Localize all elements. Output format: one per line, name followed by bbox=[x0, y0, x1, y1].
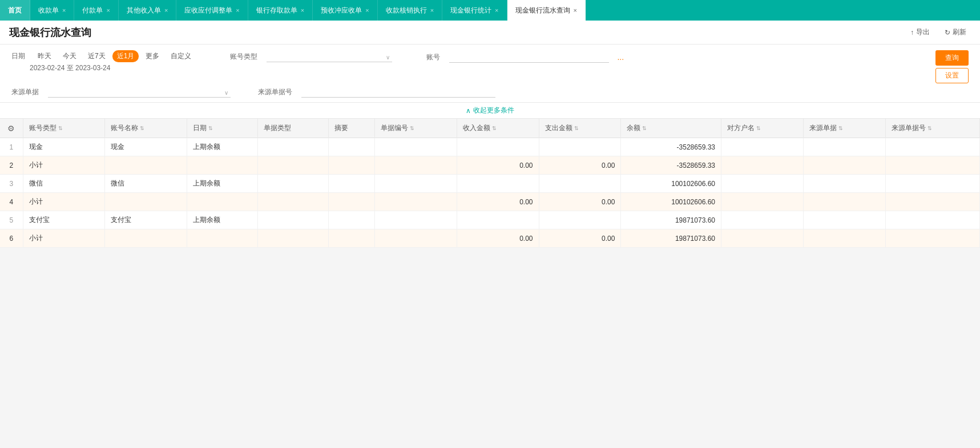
refresh-button[interactable]: ↻ 刷新 bbox=[940, 25, 971, 39]
page-header: 现金银行流水查询 ↑ 导出 ↻ 刷新 bbox=[0, 21, 980, 45]
col-counterparty[interactable]: 对方户名⇅ bbox=[721, 119, 804, 138]
source-doc-num-label: 来源单据号 bbox=[258, 87, 292, 97]
col-account-type[interactable]: 账号类型⇅ bbox=[23, 119, 105, 138]
col-account-name[interactable]: 账号名称⇅ bbox=[105, 119, 187, 138]
cell-account-name bbox=[105, 156, 187, 175]
cell-account-type: 微信 bbox=[23, 175, 105, 193]
cell-source-doc bbox=[803, 229, 885, 248]
close-icon[interactable]: × bbox=[62, 7, 66, 14]
cell-income: 0.00 bbox=[457, 229, 539, 248]
collapse-bar[interactable]: ∧ 收起更多条件 bbox=[0, 103, 980, 119]
settings-button[interactable]: 设置 bbox=[935, 68, 969, 83]
table-row: 4小计0.000.00100102606.60 bbox=[0, 193, 980, 211]
source-doc-select[interactable] bbox=[48, 87, 231, 98]
source-doc-num-input[interactable] bbox=[301, 87, 495, 98]
nav-home[interactable]: 首页 bbox=[0, 0, 30, 21]
cell-account-type: 支付宝 bbox=[23, 211, 105, 229]
cell-account-type: 小计 bbox=[23, 229, 105, 248]
cell-doc-no bbox=[374, 175, 457, 193]
gear-icon[interactable]: ⚙ bbox=[7, 124, 15, 133]
cell-source-doc bbox=[803, 193, 885, 211]
nav-tab-yingshou[interactable]: 应收应付调整单 × bbox=[176, 0, 248, 21]
cell-doc-type bbox=[258, 211, 329, 229]
date-opt-today[interactable]: 今天 bbox=[58, 50, 81, 62]
col-settings[interactable]: ⚙ bbox=[0, 119, 23, 138]
nav-tab-liushui[interactable]: 现金银行流水查询 × bbox=[507, 0, 586, 21]
refresh-icon: ↻ bbox=[945, 29, 950, 37]
cell-account-name bbox=[105, 193, 187, 211]
close-icon[interactable]: × bbox=[574, 7, 577, 14]
nav-tab-shoukuan[interactable]: 收款单 × bbox=[30, 0, 74, 21]
date-opt-7days[interactable]: 近7天 bbox=[83, 50, 110, 62]
cell-balance: 19871073.60 bbox=[621, 211, 721, 229]
cell-source-doc bbox=[803, 156, 885, 175]
date-opt-1month[interactable]: 近1月 bbox=[112, 50, 139, 62]
account-ellipsis-button[interactable]: ... bbox=[614, 51, 627, 63]
date-opt-custom[interactable]: 自定义 bbox=[166, 50, 196, 62]
date-opt-yesterday[interactable]: 昨天 bbox=[33, 50, 56, 62]
col-expense[interactable]: 支出金额⇅ bbox=[539, 119, 621, 138]
account-type-select[interactable]: 现金 微信 支付宝 bbox=[267, 51, 392, 62]
nav-tab-xianjin-tongji[interactable]: 现金银行统计 × bbox=[442, 0, 507, 21]
cell-balance: 100102606.60 bbox=[621, 193, 721, 211]
col-date[interactable]: 日期⇅ bbox=[187, 119, 258, 138]
nav-tab-fukuan[interactable]: 付款单 × bbox=[74, 0, 118, 21]
cell-income bbox=[457, 211, 539, 229]
nav-tab-yushou[interactable]: 预收冲应收单 × bbox=[313, 0, 377, 21]
cell-date bbox=[187, 193, 258, 211]
source-doc-select-wrapper bbox=[48, 87, 231, 98]
close-icon[interactable]: × bbox=[164, 7, 168, 14]
col-doc-type[interactable]: 单据类型 bbox=[258, 119, 329, 138]
table-row: 1现金现金上期余额-3528659.33 bbox=[0, 138, 980, 156]
close-icon[interactable]: × bbox=[430, 7, 434, 14]
sort-icon: ⇅ bbox=[756, 126, 761, 131]
col-balance[interactable]: 余额⇅ bbox=[621, 119, 721, 138]
sort-icon: ⇅ bbox=[492, 126, 497, 131]
page-title: 现金银行流水查询 bbox=[9, 26, 91, 39]
cell-counterparty bbox=[721, 175, 804, 193]
cell-account-type: 现金 bbox=[23, 138, 105, 156]
nav-tab-yinhang[interactable]: 银行存取款单 × bbox=[248, 0, 313, 21]
close-icon[interactable]: × bbox=[495, 7, 498, 14]
date-options: 昨天 今天 近7天 近1月 更多 自定义 bbox=[33, 50, 196, 62]
cell-doc-no bbox=[374, 156, 457, 175]
cell-income bbox=[457, 175, 539, 193]
col-income[interactable]: 收入金额⇅ bbox=[457, 119, 539, 138]
export-button[interactable]: ↑ 导出 bbox=[906, 25, 934, 39]
table-row: 2小计0.000.00-3528659.33 bbox=[0, 156, 980, 175]
col-source-doc[interactable]: 来源单据⇅ bbox=[803, 119, 885, 138]
date-opt-more[interactable]: 更多 bbox=[141, 50, 164, 62]
col-source-doc-no[interactable]: 来源单据号⇅ bbox=[885, 119, 979, 138]
cell-income: 0.00 bbox=[457, 193, 539, 211]
sort-icon: ⇅ bbox=[642, 126, 647, 131]
nav-tab-shoukuan-hexiao[interactable]: 收款核销执行 × bbox=[378, 0, 442, 21]
sort-icon: ⇅ bbox=[58, 126, 63, 131]
sort-icon: ⇅ bbox=[838, 126, 843, 131]
cell-doc-type bbox=[258, 193, 329, 211]
nav-tab-qitashoru[interactable]: 其他收入单 × bbox=[119, 0, 176, 21]
col-doc-no[interactable]: 单据编号⇅ bbox=[374, 119, 457, 138]
cell-date: 上期余额 bbox=[187, 175, 258, 193]
date-label: 日期 bbox=[11, 51, 25, 61]
cell-balance: -3528659.33 bbox=[621, 138, 721, 156]
cell-summary bbox=[329, 156, 375, 175]
sort-icon: ⇅ bbox=[140, 126, 144, 131]
query-button[interactable]: 查询 bbox=[935, 50, 969, 66]
cell-doc-type bbox=[258, 138, 329, 156]
table-row: 5支付宝支付宝上期余额19871073.60 bbox=[0, 211, 980, 229]
cell-counterparty bbox=[721, 211, 804, 229]
close-icon[interactable]: × bbox=[365, 7, 369, 14]
close-icon[interactable]: × bbox=[301, 7, 304, 14]
close-icon[interactable]: × bbox=[106, 7, 110, 14]
account-label: 账号 bbox=[426, 53, 440, 62]
cell-account-type: 小计 bbox=[23, 193, 105, 211]
table-header-row: ⚙ 账号类型⇅ 账号名称⇅ 日期⇅ 单据类型 摘要 单据编号⇅ bbox=[0, 119, 980, 138]
cell-source-doc-no bbox=[885, 138, 979, 156]
account-input[interactable] bbox=[449, 52, 609, 63]
cell-doc-no bbox=[374, 229, 457, 248]
col-summary[interactable]: 摘要 bbox=[329, 119, 375, 138]
close-icon[interactable]: × bbox=[236, 7, 239, 14]
account-type-select-wrapper: 现金 微信 支付宝 bbox=[267, 51, 392, 62]
cell-income: 0.00 bbox=[457, 156, 539, 175]
account-type-label: 账号类型 bbox=[230, 52, 257, 62]
